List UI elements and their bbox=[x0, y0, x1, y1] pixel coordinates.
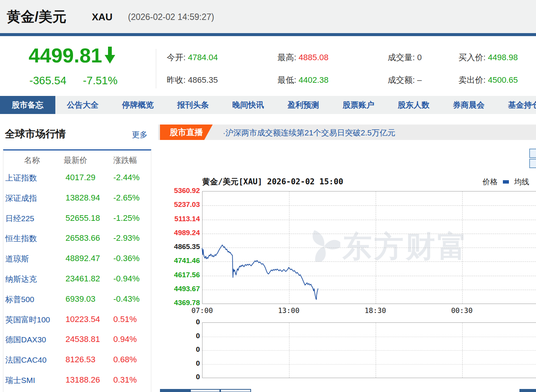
col-pct: 涨跌幅 bbox=[113, 155, 137, 166]
market-row-2: 日经22552655.18-1.25% bbox=[3, 208, 151, 228]
market-row-7: 英国富时10010223.540.51% bbox=[3, 309, 151, 330]
time-tick-2: 18:30 bbox=[364, 306, 386, 315]
price-gridline bbox=[203, 220, 536, 220]
header-divider-bar bbox=[0, 33, 536, 36]
live-headline-link[interactable]: ·沪深两市成交额连续第21个交易日突破2.5万亿元 bbox=[223, 128, 396, 138]
stat-7: 卖出价: 4500.65 bbox=[458, 74, 518, 86]
volume-tick-1: 0 bbox=[166, 332, 200, 340]
market-link-7[interactable]: 英国富时100 bbox=[5, 315, 50, 325]
markets-table-header: 名称 最新价 涨跌幅 bbox=[3, 150, 151, 167]
nav-tab-5[interactable]: 盈利预测 bbox=[276, 96, 331, 114]
nav-tab-1[interactable]: 公告大全 bbox=[55, 96, 111, 114]
price-tick-5: 4741.46 bbox=[166, 257, 200, 265]
market-link-10[interactable]: 瑞士SMI bbox=[5, 375, 35, 386]
price-change-pct: -7.51% bbox=[83, 74, 117, 87]
market-row-1: 深证成指13828.94-2.65% bbox=[3, 188, 151, 208]
quote-timestamp: (2026-02-02 14:59:27) bbox=[128, 12, 214, 22]
price-gridline bbox=[203, 261, 536, 262]
period-tab-stub-1[interactable] bbox=[160, 389, 190, 392]
stat-3: 最低: 4402.38 bbox=[277, 74, 329, 86]
market-row-6: 标普5006939.03-0.43% bbox=[3, 289, 151, 309]
price-gridline bbox=[203, 248, 536, 248]
edge-widget-top[interactable] bbox=[529, 149, 536, 158]
chart-legend: 价格 均线 bbox=[483, 177, 529, 187]
market-link-6[interactable]: 标普500 bbox=[5, 294, 34, 305]
time-tick-0: 07:00 bbox=[191, 306, 213, 315]
down-arrow-icon bbox=[104, 46, 116, 64]
price-tick-4: 4865.35 bbox=[166, 243, 200, 251]
period-tab-stub-2[interactable] bbox=[190, 389, 220, 392]
sidebar-more-link[interactable]: 更多 bbox=[132, 129, 148, 140]
stat-6: 买入价: 4498.98 bbox=[458, 52, 518, 63]
market-link-5[interactable]: 纳斯达克 bbox=[5, 274, 37, 284]
market-link-9[interactable]: 法国CAC40 bbox=[5, 355, 47, 365]
stat-5: 成交额: – bbox=[388, 74, 422, 86]
volume-chart-plot-area[interactable] bbox=[202, 322, 536, 378]
volume-tick-4: 0 bbox=[166, 373, 200, 381]
price-tick-8: 4369.78 bbox=[166, 299, 200, 307]
volume-time-gridline bbox=[462, 323, 463, 378]
edge-widget-bottom[interactable] bbox=[529, 159, 536, 168]
nav-tab-2[interactable]: 停牌概览 bbox=[110, 96, 166, 114]
nav-tab-8[interactable]: 券商晨会 bbox=[441, 96, 496, 114]
volume-tick-2: 0 bbox=[166, 345, 200, 354]
period-tab-stub-right[interactable] bbox=[519, 389, 536, 392]
nav-tab-7[interactable]: 股东人数 bbox=[386, 96, 442, 114]
markets-table-body: 上证指数4017.29-2.44%深证成指13828.94-2.65%日经225… bbox=[3, 167, 151, 390]
nav-tab-9[interactable]: 基金持仓 bbox=[496, 96, 536, 114]
price-tick-2: 5113.14 bbox=[166, 215, 200, 223]
time-gridline bbox=[376, 191, 376, 304]
price-gridline bbox=[203, 205, 536, 206]
market-link-3[interactable]: 恒生指数 bbox=[5, 233, 37, 244]
volume-tick-3: 0 bbox=[166, 359, 200, 368]
time-tick-3: 00:30 bbox=[451, 306, 472, 315]
sidebar-title: 全球市场行情 bbox=[5, 127, 66, 141]
price-tick-6: 4617.56 bbox=[166, 271, 200, 279]
market-link-1[interactable]: 深证成指 bbox=[5, 193, 37, 204]
volume-gridline bbox=[203, 337, 536, 337]
market-link-8[interactable]: 德国DAX30 bbox=[5, 334, 46, 345]
price-chart-plot-area[interactable] bbox=[202, 191, 536, 304]
instrument-title: 黄金/美元 bbox=[7, 8, 66, 26]
price-tick-0: 5360.92 bbox=[166, 187, 200, 195]
market-link-4[interactable]: 道琼斯 bbox=[5, 254, 29, 264]
price-change: -365.54 bbox=[29, 74, 66, 87]
col-name: 名称 bbox=[24, 155, 40, 166]
market-link-0[interactable]: 上证指数 bbox=[5, 173, 37, 183]
market-row-5: 纳斯达克23461.82-0.94% bbox=[3, 269, 151, 289]
price-gridline bbox=[203, 234, 536, 234]
stat-0: 今开: 4784.04 bbox=[167, 52, 218, 63]
nav-tab-3[interactable]: 报刊头条 bbox=[166, 96, 221, 114]
col-last: 最新价 bbox=[64, 155, 87, 166]
market-row-10: 瑞士SMI13188.260.31% bbox=[3, 370, 151, 390]
nav-tab-0[interactable]: 股市备忘 bbox=[0, 96, 55, 114]
market-link-2[interactable]: 日经225 bbox=[5, 213, 34, 224]
market-row-0: 上证指数4017.29-2.44% bbox=[3, 167, 151, 188]
stat-2: 最高: 4885.08 bbox=[277, 52, 329, 63]
price-change-row: -365.54 -7.51% bbox=[29, 74, 117, 87]
app-header: 黄金/美元 XAU (2026-02-02 14:59:27) bbox=[0, 0, 536, 33]
volume-tick-0: 0 bbox=[166, 318, 200, 326]
market-row-8: 德国DAX3024538.810.94% bbox=[3, 329, 151, 349]
instrument-symbol: XAU bbox=[92, 11, 113, 23]
price-tick-7: 4493.67 bbox=[166, 285, 200, 293]
last-price: 4499.81 bbox=[29, 44, 116, 67]
market-row-3: 恒生指数26583.66-2.93% bbox=[3, 228, 151, 248]
volume-gridline bbox=[203, 364, 536, 365]
price-tick-1: 5237.03 bbox=[166, 201, 200, 209]
volume-gridline bbox=[203, 350, 536, 351]
price-gridline bbox=[203, 290, 536, 290]
time-gridline bbox=[462, 191, 463, 304]
legend-price-swatch bbox=[503, 180, 509, 184]
chart-title: 黄金/美元[XAU] 2026-02-02 15:00 bbox=[202, 176, 343, 187]
time-tick-1: 13:00 bbox=[278, 306, 299, 315]
stat-4: 成交量: 0 bbox=[388, 52, 422, 63]
nav-tab-6[interactable]: 股票账户 bbox=[331, 96, 386, 114]
time-gridline bbox=[289, 191, 289, 304]
legend-ma-label: 均线 bbox=[514, 177, 529, 187]
period-tab-stub-3[interactable] bbox=[220, 389, 251, 392]
nav-tab-4[interactable]: 晚间快讯 bbox=[221, 96, 276, 114]
volume-time-gridline bbox=[289, 323, 289, 378]
page: 黄金/美元 XAU (2026-02-02 14:59:27) 4499.81 … bbox=[0, 0, 536, 392]
section-nav: 股市备忘公告大全停牌概览报刊头条晚间快讯盈利预测股票账户股东人数券商晨会基金持仓 bbox=[0, 96, 536, 114]
